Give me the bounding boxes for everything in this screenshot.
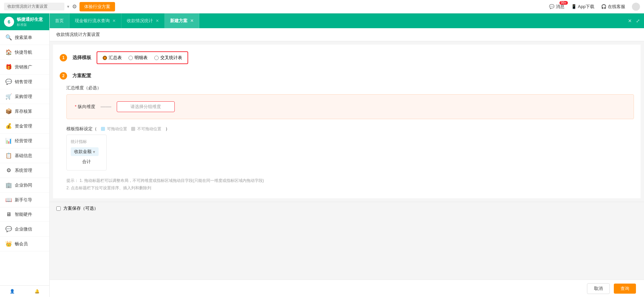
- sidebar-label-finance: 资金管理: [15, 123, 32, 129]
- page-title: 收款情况统计方案设置: [56, 32, 100, 37]
- sidebar-label-member: 畅会员: [15, 241, 28, 247]
- tip2: 2. 点击标题栏下拉可设置排序、插入列和删除列: [66, 185, 634, 192]
- save-option-bar: 方案保存（可选）: [50, 202, 644, 215]
- breadcrumb: 收款情况统计方案设置: [4, 3, 64, 10]
- sidebar-item-inventory[interactable]: 📦 库存核算: [0, 104, 49, 119]
- stats-tag-label: 收款金额: [74, 149, 92, 155]
- cancel-button[interactable]: 取消: [587, 283, 610, 294]
- enterprise-icon: 🏢: [5, 182, 12, 188]
- sidebar-item-smart-hw[interactable]: 🖥 智能硬件: [0, 207, 49, 222]
- tab-receipts-stats-close[interactable]: ✕: [156, 18, 159, 23]
- sidebar-item-marketing[interactable]: 🎁 营销推广: [0, 60, 49, 75]
- tab-bar: 首页 现金银行流水查询 ✕ 收款情况统计 ✕ 新建方案 ✕ ✕ ⤢: [50, 13, 644, 28]
- tab-new-plan-close[interactable]: ✕: [190, 18, 194, 23]
- dimension-section-label: 汇总维度（必选）: [66, 85, 634, 91]
- member-icon: 👑: [5, 241, 12, 247]
- save-option-label: 方案保存（可选）: [63, 205, 98, 211]
- tab-home[interactable]: 首页: [50, 13, 69, 28]
- main-layout: 6 畅捷通好生意 标准版 🔍 搜索菜单 🏠 快捷导航 🎁 营销推广 💬 销售管理…: [0, 13, 644, 297]
- radio-summary[interactable]: 汇总表: [103, 55, 122, 61]
- sidebar-item-quick-nav[interactable]: 🏠 快捷导航: [0, 45, 49, 60]
- save-option-checkbox[interactable]: [56, 206, 61, 211]
- radio-summary-input[interactable]: [103, 56, 107, 60]
- inventory-icon: 📦: [5, 108, 12, 114]
- query-button[interactable]: 查询: [614, 284, 636, 294]
- stats-tag-amount[interactable]: 收款金额 ▾: [71, 147, 99, 156]
- header-right: 💬 消息 99+ 📱 App下载 🎧 在线客服: [549, 3, 640, 11]
- radio-crosstab-input[interactable]: [154, 56, 159, 60]
- sidebar-label-wechat: 企业微信: [15, 226, 32, 232]
- tab-new-plan-label: 新建方案: [170, 18, 187, 24]
- message-icon: 💬: [549, 4, 554, 9]
- breadcrumb-dropdown[interactable]: ▾: [67, 4, 69, 9]
- sidebar-bottom: 👤 🔔: [0, 285, 49, 297]
- step1-label: 选择模板: [72, 55, 91, 61]
- sidebar-notify-btn[interactable]: 🔔: [25, 286, 50, 297]
- search-menu-icon: 🔍: [5, 34, 12, 41]
- sidebar-item-search-menu[interactable]: 🔍 搜索菜单: [0, 30, 49, 45]
- sidebar-item-basic-info[interactable]: 📋 基础信息: [0, 148, 49, 163]
- support-btn[interactable]: 🎧 在线客服: [601, 4, 625, 10]
- dimension-selector[interactable]: 请选择分组维度: [117, 101, 175, 112]
- tab-bank-flow[interactable]: 现金银行流水查询 ✕: [69, 13, 121, 28]
- sidebar-label-system: 系统管理: [15, 167, 32, 174]
- messages-btn[interactable]: 💬 消息 99+: [549, 4, 565, 10]
- sidebar-item-wechat[interactable]: 💬 企业微信: [0, 222, 49, 237]
- sidebar-item-finance[interactable]: 💰 资金管理: [0, 119, 49, 134]
- sidebar-label-smart-hw: 智能硬件: [15, 211, 32, 217]
- sidebar-item-member[interactable]: 👑 畅会员: [0, 237, 49, 251]
- newbie-icon: 📖: [5, 197, 12, 203]
- download-icon: 📱: [571, 4, 577, 9]
- logo-text-area: 畅捷通好生意 标准版: [17, 16, 43, 27]
- sidebar-label-newbie: 新手引导: [15, 197, 32, 203]
- sales-icon: 💬: [5, 79, 12, 85]
- indicator-settings: 模板指标设定（ 可拖动位置 不可拖动位置 ）: [66, 126, 634, 170]
- sidebar-label-enterprise: 企业协同: [15, 182, 32, 188]
- hint-fixed-text: 不可拖动位置: [137, 126, 161, 132]
- logo-icon: 6: [4, 17, 14, 27]
- sidebar-item-purchase[interactable]: 🛒 采购管理: [0, 89, 49, 104]
- sidebar-user-btn[interactable]: 👤: [0, 286, 25, 297]
- stats-tag-chevron-icon: ▾: [93, 149, 95, 154]
- step2-label: 方案配置: [72, 73, 91, 79]
- dimension-subsection: 汇总维度（必选） * 纵向维度 —— 请选择分组维度: [66, 85, 634, 192]
- tab-new-plan[interactable]: 新建方案 ✕: [165, 13, 199, 28]
- avatar[interactable]: [632, 3, 640, 11]
- dim-row: * 纵向维度 —— 请选择分组维度: [75, 101, 626, 112]
- marketing-icon: 🎁: [5, 64, 12, 70]
- radio-crosstab[interactable]: 交叉统计表: [154, 55, 182, 61]
- sidebar-label-operations: 经营管理: [15, 138, 32, 144]
- radio-crosstab-label: 交叉统计表: [160, 55, 182, 61]
- step2-badge: 2: [60, 72, 67, 80]
- sidebar-item-operations[interactable]: 📊 经营管理: [0, 134, 49, 148]
- tip1: 提示： 1. 拖动标题栏可以调整布局，不可跨维度或指标区域拖动目字段(只能在同一…: [66, 177, 634, 185]
- indicator-hint-fixed: 不可拖动位置: [131, 126, 161, 132]
- form-section: 1 选择模板 汇总表 明细表 交叉统计表: [53, 45, 641, 198]
- sidebar-item-system[interactable]: ⚙ 系统管理: [0, 163, 49, 178]
- required-mark: *: [75, 104, 76, 109]
- download-btn[interactable]: 📱 App下载: [571, 4, 594, 10]
- stats-total: 合计: [71, 157, 102, 166]
- radio-detail-input[interactable]: [128, 56, 133, 60]
- window-expand-icon[interactable]: ⤢: [636, 18, 640, 23]
- radio-detail[interactable]: 明细表: [128, 55, 148, 61]
- sidebar-item-sales[interactable]: 💬 销售管理: [0, 75, 49, 89]
- stats-section: 统计指标 收款金额 ▾ 合计: [66, 135, 107, 170]
- step1-row: 1 选择模板 汇总表 明细表 交叉统计表: [60, 51, 634, 64]
- hint-movable-text: 可拖动位置: [107, 126, 127, 132]
- sidebar-label-search-menu: 搜索菜单: [15, 35, 32, 41]
- sidebar-item-enterprise[interactable]: 🏢 企业协同: [0, 178, 49, 193]
- support-icon: 🎧: [601, 4, 606, 9]
- tab-bank-flow-close[interactable]: ✕: [112, 18, 116, 23]
- tab-receipts-stats[interactable]: 收款情况统计 ✕: [121, 13, 165, 28]
- fixed-dot-icon: [131, 127, 135, 131]
- smart-hw-icon: 🖥: [5, 211, 12, 217]
- sidebar-item-newbie[interactable]: 📖 新手引导: [0, 193, 49, 207]
- trial-button[interactable]: 体验行业方案: [79, 2, 115, 11]
- template-selector: 汇总表 明细表 交叉统计表: [97, 51, 188, 64]
- sidebar: 6 畅捷通好生意 标准版 🔍 搜索菜单 🏠 快捷导航 🎁 营销推广 💬 销售管理…: [0, 13, 50, 297]
- logo-version: 标准版: [17, 22, 43, 27]
- radio-summary-label: 汇总表: [109, 55, 122, 61]
- gear-icon[interactable]: ⚙: [72, 3, 77, 10]
- window-close-icon[interactable]: ✕: [628, 18, 632, 23]
